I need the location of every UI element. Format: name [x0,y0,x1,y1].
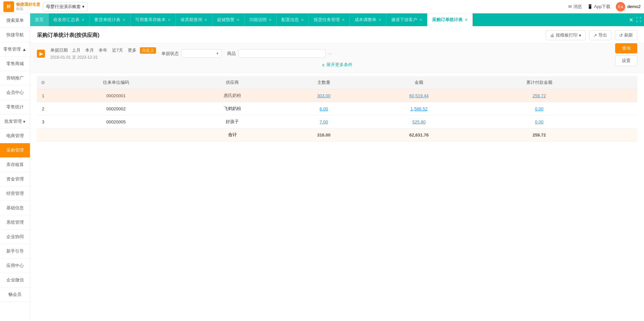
tab-tuohuo-close-icon[interactable]: ✕ [342,18,345,22]
sidebar-enterprise-collab-label: 企业协同 [6,234,24,239]
tab-peizhi-close-icon[interactable]: ✕ [301,18,304,22]
tab-close-all-icon[interactable]: ✕ [629,17,633,23]
tab-shoufahuizong-close-icon[interactable]: ✕ [82,18,85,22]
footer-empty1 [37,128,49,142]
sidebar-purchase-label: 采购管理 [6,148,24,153]
shortcut-more[interactable]: 更多 [126,47,138,54]
user-avatar: Ea [616,2,625,11]
row1-paid-link[interactable]: 259.72 [533,93,546,98]
wholesale-arrow-icon: ▾ [23,119,25,124]
tab-gongneng[interactable]: 功能说明 ✕ [245,13,277,26]
btn-settings[interactable]: 设置 [615,55,637,66]
sidebar-item-enterprise-collab[interactable]: 企业协同 [0,230,30,244]
tab-shoufahuizong[interactable]: 收发存汇总表 ✕ [49,13,90,26]
filter-status-select[interactable] [181,49,222,58]
message-label: 消息 [573,4,582,10]
sidebar-item-enterprise-wechat[interactable]: 企业微信 [0,273,30,287]
message-icon: ✉ [568,4,572,9]
filter-wrapper: ▶ 单据日期 上月 本月 本年 近7天 [30,43,644,73]
tab-caigou-close-icon[interactable]: ✕ [465,18,468,22]
row3-qty-link[interactable]: 7.00 [320,119,328,124]
sidebar-item-marketing[interactable]: 营销推广 [0,71,30,86]
refresh-icon: ↺ [619,33,623,38]
tab-yaohuo[interactable]: 要货单统计表 ✕ [90,13,130,26]
row2-qty-link[interactable]: 6.00 [320,106,328,111]
filter-toggle-button[interactable]: ▶ [37,50,45,58]
retail-arrow-icon: ▲ [22,47,26,52]
shortcut-this-year[interactable]: 本年 [97,47,109,54]
col-code-header: 往来单位编码 [49,76,183,89]
message-action[interactable]: ✉ 消息 [568,4,582,10]
tab-gongneng-label: 功能说明 [249,17,267,23]
logo-icon: 好 [3,1,14,12]
sidebar-item-new-guide[interactable]: 新手引导 [0,244,30,259]
row2-amount-link[interactable]: 1,586.52 [411,106,428,111]
tab-expand-icon[interactable]: ⛶ [636,17,641,23]
sidebar-item-system[interactable]: 系统管理 [0,215,30,230]
tab-gongneng-close-icon[interactable]: ✕ [269,18,272,22]
tab-chaochu[interactable]: 超储预警 ✕ [212,13,245,26]
table-settings-icon[interactable]: ⚙ [41,80,45,85]
sidebar-item-wholesale[interactable]: 批发管理 ▾ [0,114,30,129]
row1-qty-link[interactable]: 303.00 [317,93,330,98]
filter-status-group: 单据状态 [161,49,222,58]
tab-chaochu-close-icon[interactable]: ✕ [236,18,239,22]
sidebar-item-search[interactable]: 搜索菜单 [0,13,30,28]
btn-search[interactable]: 查询 [615,43,637,53]
row1-amount-link[interactable]: 60,519.44 [409,93,429,98]
tab-baozhiqi[interactable]: 保质期查询 ✕ [176,13,212,26]
sidebar-item-vip[interactable]: 畅会员 [0,287,30,302]
user-profile[interactable]: Ea demo2 [616,2,641,11]
sidebar-item-inventory[interactable]: 库存核算 [0,158,30,172]
custom-badge[interactable]: 自定义 [140,47,156,54]
sidebar-item-basic-info[interactable]: 基础信息 [0,201,30,215]
shortcut-last-month[interactable]: 上月 [70,47,82,54]
sidebar-marketing-label: 营销推广 [6,75,24,81]
shortcut-this-month[interactable]: 本月 [84,47,95,54]
sidebar-item-capital[interactable]: 资金管理 [0,172,30,186]
tab-chengben-close-icon[interactable]: ✕ [378,18,381,22]
sidebar-item-ecommerce[interactable]: 电商管理 [0,129,30,143]
tab-baozhiqi-label: 保质期查询 [180,17,202,23]
tab-peizhi[interactable]: 配置信息 ✕ [277,13,309,26]
sidebar-item-app-center[interactable]: 应用中心 [0,259,30,273]
row3-paid-link[interactable]: 0.00 [535,119,543,124]
btn-export[interactable]: ↗ 导出 [589,30,611,40]
app-download-action[interactable]: 📱 App下载 [587,4,610,10]
sidebar-item-retail-stats[interactable]: 零售统计 [0,100,30,114]
col-paid-header: 累计付款金额 [473,76,606,89]
row3-amount-link[interactable]: 525.80 [412,119,426,124]
sidebar-item-operations[interactable]: 经营管理 [0,186,30,201]
tab-baozhiqi-close-icon[interactable]: ✕ [204,18,207,22]
tab-yaohuo-close-icon[interactable]: ✕ [122,18,125,22]
shortcut-7days[interactable]: 近7天 [111,47,124,54]
tab-home[interactable]: 首页 [30,13,49,26]
sidebar-ecommerce-label: 电商管理 [6,133,24,138]
tab-yaoqing-close-icon[interactable]: ✕ [419,18,422,22]
filter-goods-input[interactable] [238,49,326,58]
row2-extra [606,102,637,115]
sidebar-item-retail[interactable]: 零售管理 ▲ [0,42,30,57]
btn-template-print[interactable]: 🖨 按模板打印 ▾ [546,30,586,40]
row2-paid-link[interactable]: 0.00 [535,106,543,111]
tab-chengben[interactable]: 成本调整单 ✕ [350,13,386,26]
tab-yaoqing[interactable]: 邀请下游客户 ✕ [386,13,427,26]
top-bar-left: 好 畅捷通好生意 标版 母婴行业演示账套 ▾ [3,1,88,12]
btn-refresh-label: 刷新 [624,32,633,38]
sidebar-item-purchase[interactable]: 采购管理 [0,143,30,158]
sidebar-item-retail-shop[interactable]: 零售商城 [0,57,30,71]
sidebar-item-quicknav[interactable]: 快捷导航 [0,28,30,42]
tab-keyong[interactable]: 可用量库存账本 ✕ [130,13,176,26]
footer-paid: 259.72 [473,128,606,142]
table-body: 1 00020001 惠氏奶粉 303.00 60,519.44 259.72 … [37,89,637,128]
btn-refresh[interactable]: ↺ 刷新 [615,30,637,40]
tab-caigou[interactable]: 采购订单统计表 ✕ [427,13,473,26]
row1-extra [606,89,637,102]
goods-more-icon[interactable]: ··· [328,51,332,56]
sidebar-item-members[interactable]: 会员中心 [0,86,30,100]
tab-keyong-close-icon[interactable]: ✕ [168,18,171,22]
sidebar-inventory-label: 库存核算 [6,162,24,167]
tab-tuohuo[interactable]: 拣货任务管理 ✕ [309,13,350,26]
expand-more-btn[interactable]: ∨ 展开更多条件 [322,62,353,68]
workspace-selector[interactable]: 母婴行业演示账套 ▾ [43,2,88,11]
